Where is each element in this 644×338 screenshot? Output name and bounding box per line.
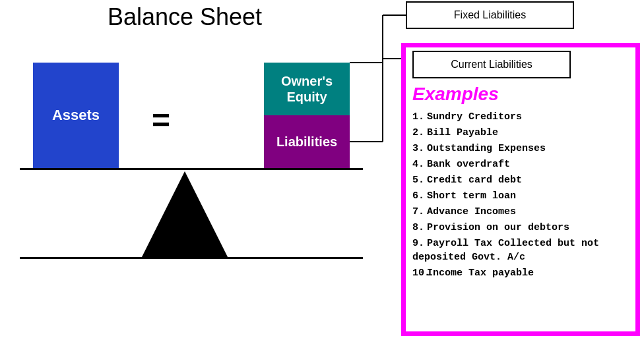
scale-beam — [20, 168, 363, 170]
examples-heading: Examples — [412, 84, 629, 105]
list-item: 5.Credit card debt — [412, 173, 629, 187]
page-title: Balance Sheet — [53, 3, 317, 31]
list-item: 8.Provision on our debtors — [412, 221, 629, 235]
current-liabilities-label: Current Liabilities — [451, 59, 532, 70]
list-item: 9.Payroll Tax Collected but not deposite… — [412, 237, 629, 264]
equals-sign: = — [152, 102, 170, 138]
list-item: 10.Income Tax payable — [412, 266, 629, 280]
list-item: 6.Short term loan — [412, 189, 629, 203]
assets-bar: Assets — [33, 63, 119, 168]
liabilities-bar: Liabilities — [264, 115, 350, 168]
list-item: 7.Advance Incomes — [412, 205, 629, 219]
current-liabilities-box: Current Liabilities — [412, 51, 571, 78]
liabilities-label: Liabilities — [276, 134, 337, 150]
list-item: 3.Outstanding Expenses — [412, 142, 629, 155]
equity-label: Owner'sEquity — [281, 73, 333, 105]
examples-list: 1.Sundry Creditors2.Bill Payable3.Outsta… — [412, 110, 629, 280]
fixed-liabilities-label: Fixed Liabilities — [454, 9, 526, 21]
scale-base — [20, 257, 363, 259]
fixed-liabilities-box: Fixed Liabilities — [406, 1, 574, 29]
list-item: 4.Bank overdraft — [412, 157, 629, 171]
scale-fulcrum — [142, 171, 228, 257]
assets-label: Assets — [52, 107, 100, 124]
equity-bar: Owner'sEquity — [264, 63, 350, 115]
list-item: 1.Sundry Creditors — [412, 110, 629, 124]
list-item: 2.Bill Payable — [412, 126, 629, 140]
examples-panel: Current Liabilities Examples 1.Sundry Cr… — [401, 43, 640, 336]
examples-inner: Current Liabilities Examples 1.Sundry Cr… — [406, 47, 635, 331]
